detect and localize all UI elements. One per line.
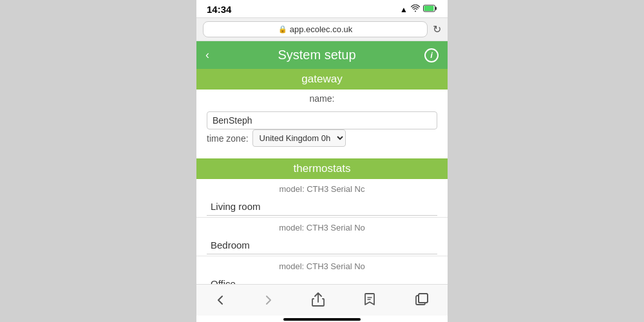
url-text: app.ecolec.co.uk <box>290 24 353 34</box>
info-button[interactable]: i <box>424 48 439 62</box>
home-indicator <box>283 318 361 321</box>
thermostat-entry-2: model: CTH3 Serial No <box>196 218 448 256</box>
status-time: 14:34 <box>207 4 231 15</box>
thermostat-entry-3: model: CTH3 Serial No <box>196 256 448 284</box>
thermostat-3-model: model: CTH3 Serial No <box>207 261 437 271</box>
thermostats-section-header: thermostats <box>196 158 448 179</box>
name-label: name: <box>310 93 335 104</box>
battery-icon <box>423 5 437 14</box>
wifi-icon <box>411 5 420 14</box>
browser-forward-button[interactable] <box>258 291 279 312</box>
bookmarks-button[interactable] <box>357 290 383 313</box>
tabs-button[interactable] <box>409 290 435 312</box>
thermostat-1-model: model: CTH3 Serial Nc <box>207 184 437 194</box>
status-bar: 14:34 ▲ <box>196 0 448 17</box>
browser-bar: 🔒 app.ecolec.co.uk ↻ <box>196 17 448 41</box>
share-button[interactable] <box>305 290 331 313</box>
timezone-label: time zone: <box>207 133 249 144</box>
browser-url-bar[interactable]: 🔒 app.ecolec.co.uk <box>203 21 428 37</box>
thermostat-2-name-input[interactable] <box>207 236 437 254</box>
timezone-select[interactable]: United Kingdom 0h <box>252 129 346 147</box>
status-icons: ▲ <box>400 5 437 14</box>
thermostat-entry-1: model: CTH3 Serial Nc <box>196 179 448 218</box>
thermostat-1-name-input[interactable] <box>207 198 437 216</box>
svg-rect-6 <box>419 294 428 303</box>
signal-icon: ▲ <box>400 5 408 14</box>
gateway-section-header: gateway <box>196 69 448 90</box>
thermostat-2-model: model: CTH3 Serial No <box>207 223 437 232</box>
timezone-row: time zone: United Kingdom 0h <box>207 129 437 147</box>
gateway-form: time zone: United Kingdom 0h <box>196 105 448 158</box>
page-header: ‹ System setup i <box>196 41 448 69</box>
gateway-name-input[interactable] <box>207 111 437 129</box>
phone-frame: 14:34 ▲ 🔒 app.e <box>196 0 448 322</box>
bottom-toolbar <box>196 284 448 316</box>
reload-button[interactable]: ↻ <box>433 23 441 35</box>
page-title: System setup <box>209 48 424 62</box>
svg-rect-1 <box>435 7 437 10</box>
name-label-row: name: <box>196 90 448 105</box>
svg-rect-2 <box>424 6 434 11</box>
main-content: ‹ System setup i gateway name: time zone… <box>196 41 448 284</box>
lock-icon: 🔒 <box>278 25 287 33</box>
thermostat-3-name-input[interactable] <box>207 275 437 284</box>
browser-back-button[interactable] <box>209 291 231 312</box>
